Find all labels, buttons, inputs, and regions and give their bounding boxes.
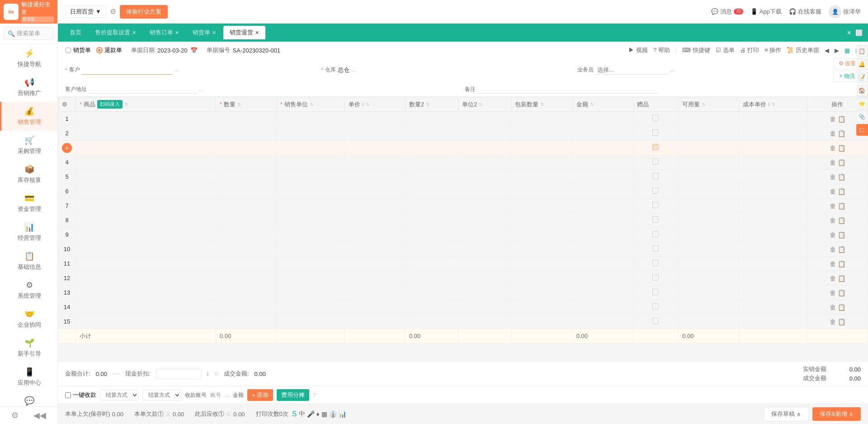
available-cell-3[interactable] [679, 141, 739, 155]
amount-cell-3[interactable] [572, 141, 633, 155]
cp-4[interactable]: 📋 [838, 159, 845, 166]
select-btn[interactable]: ☑ 选单 [716, 46, 735, 54]
fee-help-icon[interactable]: ? [313, 392, 316, 399]
sidebar-item-marketing[interactable]: 📢 营销推广 [0, 73, 57, 102]
gift-cb-13[interactable] [652, 289, 659, 295]
available-cell-2[interactable] [679, 126, 739, 141]
account-dots[interactable]: ... [225, 392, 229, 398]
fee-split-btn[interactable]: 费用分摊 [277, 389, 309, 401]
pack-cell-3[interactable] [511, 141, 573, 155]
collapse-sidebar-icon[interactable]: ◀◀ [33, 410, 46, 420]
salesperson-input[interactable] [595, 66, 668, 75]
gift-cb-12[interactable] [652, 274, 659, 281]
gift-checkbox-2[interactable] [652, 129, 659, 136]
unit2-sort-icon[interactable]: ⇅ [479, 102, 482, 107]
tab-sales-return-close[interactable]: ✕ [255, 30, 259, 36]
tab-close-icon[interactable]: ✕ [847, 29, 852, 36]
cp-13[interactable]: 📋 [838, 289, 845, 296]
available-cell-1[interactable] [679, 112, 739, 126]
tab-sales-order[interactable]: 销售订单 ✕ [143, 26, 185, 39]
note-input[interactable] [477, 85, 658, 94]
print-top-btn[interactable]: 🖨 打印 [740, 46, 760, 54]
cost-cell-2[interactable] [739, 126, 807, 141]
del-5[interactable]: 🗑 [830, 173, 836, 181]
copy-row-1-icon[interactable]: 📋 [838, 115, 845, 123]
radio-sales[interactable]: 销货单 [65, 46, 91, 54]
sidebar-item-sales[interactable]: 💰 销售管理 [0, 102, 57, 131]
barcode-scan-btn[interactable]: 扫码录入 [97, 100, 123, 109]
qty2-cell-1[interactable] [405, 112, 458, 126]
cp-7[interactable]: 📋 [838, 202, 845, 210]
float-btn-1[interactable]: 📋 [856, 45, 868, 57]
delete-row-1-icon[interactable]: 🗑 [830, 115, 836, 123]
qty2-sort-icon[interactable]: ⇅ [426, 102, 429, 107]
gift-cb-9[interactable] [652, 231, 659, 237]
product-input-3[interactable] [80, 144, 212, 151]
address-dots[interactable]: ... [199, 86, 203, 92]
sidebar-item-business[interactable]: 📊 经营管理 [0, 218, 57, 247]
sidebar-item-apps[interactable]: 📱 应用中心 [0, 362, 57, 391]
customer-dots[interactable]: ... [174, 67, 179, 73]
gear-icon[interactable]: ⚙ [62, 101, 67, 108]
float-btn-4[interactable]: 🏠 [856, 85, 868, 96]
tab-price-extract-close[interactable]: ✕ [132, 30, 136, 36]
gift-cb-5[interactable] [652, 173, 659, 179]
cp-6[interactable]: 📋 [838, 188, 845, 195]
sidebar-item-enterprise[interactable]: 🤝 企业协同 [0, 305, 57, 333]
radio-return[interactable]: 退款单 [96, 46, 122, 54]
qty-sort-icon[interactable]: ⇅ [237, 102, 241, 107]
sidebar-item-basic[interactable]: 📋 基础信息 [0, 247, 57, 276]
del-11[interactable]: 🗑 [830, 260, 836, 267]
del-12[interactable]: 🗑 [830, 275, 836, 282]
unit-price-sort-icon[interactable]: ⇅ [366, 102, 369, 107]
status-icon-2[interactable]: 中 [299, 410, 305, 418]
status-icon-4[interactable]: ♦ [316, 410, 320, 418]
cost-cell-3[interactable] [739, 141, 807, 155]
cp-9[interactable]: 📋 [838, 231, 845, 238]
cp-12[interactable]: 📋 [838, 275, 845, 282]
amount-sort-icon[interactable]: ⇅ [590, 102, 594, 107]
save-new-btn[interactable]: 保存&新增 ∧ [812, 407, 861, 421]
sidebar-item-newbie[interactable]: 🌱 新手引导 [0, 333, 57, 362]
tab-sales-order-close[interactable]: ✕ [175, 30, 179, 36]
shortcut-btn[interactable]: ⌨ 快捷键 [682, 46, 710, 54]
unit2-cell-1[interactable] [458, 112, 511, 126]
nav-prev-icon[interactable]: ◀ [825, 47, 829, 54]
delete-row-3-icon[interactable]: 🗑 [830, 144, 836, 152]
status-icon-5[interactable]: ▦ [321, 410, 327, 418]
online-service-btn[interactable]: 🎧 在线客服 [789, 8, 821, 16]
experience-btn[interactable]: 体验行业方案 [120, 5, 168, 19]
help-btn[interactable]: ? 帮助 [653, 46, 670, 54]
operate-btn[interactable]: ≡ 操作 [764, 46, 781, 54]
tab-maximize-icon[interactable]: ⬜ [855, 29, 863, 36]
gift-cb-7[interactable] [652, 202, 659, 208]
gift-cell-1[interactable] [633, 112, 678, 126]
calendar-icon[interactable]: 📅 [190, 47, 198, 54]
del-8[interactable]: 🗑 [830, 217, 836, 224]
del-13[interactable]: 🗑 [830, 289, 836, 296]
float-btn-3[interactable]: 📝 [856, 71, 868, 83]
cp-5[interactable]: 📋 [838, 173, 845, 181]
sidebar-item-finance[interactable]: 💳 资金管理 [0, 189, 57, 218]
cost-price-info-icon[interactable]: ℹ [768, 101, 770, 107]
del-6[interactable]: 🗑 [830, 188, 836, 195]
nav-next-icon[interactable]: ▶ [835, 47, 839, 54]
unit-price-info-icon[interactable]: ℹ [362, 101, 364, 107]
gift-cb-11[interactable] [652, 260, 659, 266]
user-menu[interactable]: 👤 徐泽华 [829, 5, 861, 18]
unit-cell-1[interactable] [276, 112, 344, 126]
sidebar-item-inventory[interactable]: 📦 库存核算 [0, 160, 57, 189]
product-cell-1[interactable] [76, 112, 216, 126]
tab-home[interactable]: 首页 [63, 26, 88, 39]
status-icon-1[interactable]: S [292, 410, 297, 418]
amount-cell-1[interactable] [572, 112, 633, 126]
calc-method-select[interactable]: 结算方式 [142, 390, 181, 400]
grid-view1-icon[interactable]: ▦ [844, 47, 850, 54]
del-15[interactable]: 🗑 [830, 318, 836, 325]
unit2-cell-3[interactable] [458, 141, 511, 155]
status-icon-6[interactable]: 👔 [329, 410, 337, 418]
gift-cb-8[interactable] [652, 216, 659, 223]
history-btn[interactable]: 📜 历史单据 [787, 46, 819, 54]
cost-price-sort-icon[interactable]: ⇅ [772, 102, 775, 107]
del-7[interactable]: 🗑 [830, 202, 836, 210]
